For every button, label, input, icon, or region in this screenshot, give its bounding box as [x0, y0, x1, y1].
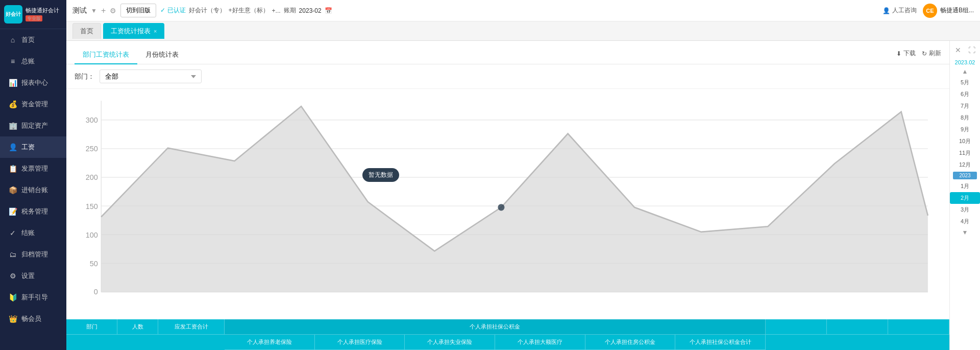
- th-company-medical: [827, 319, 888, 335]
- sidebar-item-tax[interactable]: 📝 税务管理: [0, 201, 66, 222]
- sidebar-item-settlement[interactable]: ✓ 结账: [0, 222, 66, 244]
- rp-month-10[interactable]: 10月: [950, 135, 980, 147]
- th-personal-major-medical: 个人承担大额医疗: [495, 335, 585, 350]
- reports-icon: 📊: [8, 79, 17, 87]
- tab-close-icon[interactable]: ×: [154, 28, 157, 34]
- sub-tab-actions: ⬇ 下载 ↻ 刷新: [896, 49, 941, 61]
- chart-area: 0 50 100 150 200 250 300: [66, 89, 949, 319]
- rp-month-7[interactable]: 7月: [950, 100, 980, 112]
- svg-marker-15: [101, 106, 928, 292]
- product-label3: +...: [272, 7, 281, 14]
- content-area: 部门工资统计表 月份统计表 ⬇ 下载 ↻ 刷新 部门：: [66, 41, 980, 350]
- th-personal-total: 个人承担社保公积金合计: [675, 335, 766, 350]
- rp-month-12[interactable]: 12月: [950, 159, 980, 171]
- rp-expand-btn[interactable]: ⛶: [966, 44, 977, 56]
- th-personal-pension: 个人承担养老保险: [225, 335, 315, 350]
- rp-month-4[interactable]: 4月: [950, 216, 980, 227]
- settlement-icon: ✓: [8, 229, 17, 237]
- sub-tabbar: 部门工资统计表 月份统计表 ⬇ 下载 ↻ 刷新: [66, 41, 949, 64]
- refresh-icon: ↻: [922, 50, 927, 57]
- svg-text:0: 0: [94, 287, 98, 295]
- calendar-icon[interactable]: 📅: [325, 7, 332, 14]
- topbar-status: ✓ 已认证 好会计（专） +好生意（标） +... 账期 2023-02 📅: [160, 6, 332, 15]
- service-btn[interactable]: 👤 人工咨询: [883, 6, 917, 15]
- rp-month-3[interactable]: 3月: [950, 204, 980, 216]
- topbar-right: 👤 人工咨询 CE 畅捷通B组...: [883, 4, 974, 18]
- rp-month-6[interactable]: 6月: [950, 88, 980, 100]
- sidebar-item-home[interactable]: ⌂ 首页: [0, 29, 66, 51]
- purchase-icon: 📦: [8, 186, 17, 194]
- rp-nav-down[interactable]: ▼: [962, 227, 968, 238]
- svg-text:250: 250: [86, 145, 98, 153]
- th-personal-unemployment: 个人承担失业保险: [405, 335, 495, 350]
- refresh-btn[interactable]: ↻ 刷新: [922, 49, 941, 58]
- svg-text:200: 200: [86, 173, 98, 181]
- topbar-settings-btn[interactable]: ⚙: [110, 7, 116, 15]
- sidebar-item-reports[interactable]: 📊 报表中心: [0, 72, 66, 94]
- table-header-sub: 个人承担养老保险 个人承担医疗保险 个人承担失业保险 个人承担大额医疗 个人承担…: [66, 335, 949, 350]
- guide-icon: 🔰: [8, 293, 17, 301]
- certified-badge: ✓ 已认证: [160, 6, 185, 15]
- rp-nav: ▲ 5月 6月 7月 8月 9月 10月 11月 12月 2023 1月 2月 …: [950, 66, 980, 238]
- switch-to-old-btn[interactable]: 切到旧版: [120, 4, 156, 17]
- membership-icon: 👑: [8, 315, 17, 323]
- ledger-icon: ≡: [8, 57, 17, 65]
- sidebar-item-settings[interactable]: ⚙ 设置: [0, 265, 66, 287]
- th-personal-medical: 个人承担医疗保险: [315, 335, 405, 350]
- sub-tab-dept[interactable]: 部门工资统计表: [75, 46, 137, 64]
- th-company-spacer: [766, 335, 949, 350]
- sidebar-item-capital[interactable]: 💰 资金管理: [0, 94, 66, 115]
- rp-month-8[interactable]: 8月: [950, 112, 980, 124]
- rp-month-11[interactable]: 11月: [950, 147, 980, 159]
- sidebar-logo: 好会计 畅捷通好会计 专业版: [0, 0, 66, 29]
- right-panel: ✕ ⛶ 2023.02 ▲ 5月 6月 7月 8月 9月 10月 11月 12月…: [949, 41, 980, 350]
- filter-bar: 部门： 全部: [66, 64, 949, 89]
- inner-content: 部门工资统计表 月份统计表 ⬇ 下载 ↻ 刷新 部门：: [66, 41, 949, 350]
- logo-icon: 好会计: [4, 5, 22, 24]
- user-name: 畅捷通B组...: [940, 6, 974, 15]
- sub-tab-monthly[interactable]: 月份统计表: [137, 46, 187, 64]
- invoice-icon: 📋: [8, 165, 17, 173]
- rp-month-9[interactable]: 9月: [950, 124, 980, 135]
- topbar-add-btn[interactable]: +: [101, 6, 106, 15]
- dept-select[interactable]: 全部: [100, 69, 202, 83]
- svg-text:50: 50: [90, 260, 98, 268]
- rp-close-btn[interactable]: ✕: [953, 44, 963, 56]
- rp-nav-up[interactable]: ▲: [962, 66, 968, 77]
- sidebar: 好会计 畅捷通好会计 专业版 ⌂ 首页 ≡ 总账 📊 报表中心 💰 资金管理 🏢…: [0, 0, 66, 350]
- sidebar-item-guide[interactable]: 🔰 新手引导: [0, 287, 66, 308]
- sidebar-nav: ⌂ 首页 ≡ 总账 📊 报表中心 💰 资金管理 🏢 固定资产 👤 工资 📋 发票…: [0, 29, 66, 350]
- rp-month-2-active[interactable]: 2月: [950, 192, 980, 204]
- sidebar-item-general-ledger[interactable]: ≡ 总账: [0, 51, 66, 72]
- svg-text:150: 150: [86, 202, 98, 210]
- service-icon: 👤: [883, 7, 890, 14]
- sidebar-item-membership[interactable]: 👑 畅会员: [0, 308, 66, 330]
- download-btn[interactable]: ⬇ 下载: [896, 49, 916, 58]
- period-label: 账期: [284, 6, 296, 15]
- user-area: CE 畅捷通B组...: [923, 4, 974, 18]
- rp-header: ✕ ⛶: [953, 44, 977, 56]
- sidebar-item-archive[interactable]: 🗂 归档管理: [0, 244, 66, 265]
- svg-text:300: 300: [86, 116, 98, 124]
- sidebar-item-invoice[interactable]: 📋 发票管理: [0, 158, 66, 179]
- th-personal-housing-fund: 个人承担住房公积金: [585, 335, 676, 350]
- th-dept: 部门: [66, 319, 117, 335]
- tab-home[interactable]: 首页: [72, 23, 101, 39]
- rp-year-2023: 2023: [953, 172, 977, 179]
- svg-point-16: [498, 204, 504, 211]
- topbar-dropdown-arrow[interactable]: ▼: [91, 7, 97, 14]
- tabbar: 首页 工资统计报表 ×: [66, 21, 980, 41]
- product-label2: +好生意（标）: [229, 6, 269, 15]
- th-company-pension: [766, 319, 827, 335]
- period-value: 2023-02: [299, 7, 322, 14]
- user-avatar: CE: [923, 4, 937, 18]
- sidebar-item-fixed-assets[interactable]: 🏢 固定资产: [0, 115, 66, 136]
- tab-salary-report[interactable]: 工资统计报表 ×: [103, 23, 164, 39]
- rp-month-5[interactable]: 5月: [950, 77, 980, 88]
- th-spacer: [66, 335, 225, 350]
- rp-month-1[interactable]: 1月: [950, 180, 980, 192]
- sidebar-item-salary[interactable]: 👤 工资: [0, 136, 66, 158]
- dept-filter-label: 部门：: [75, 72, 94, 81]
- capital-icon: 💰: [8, 100, 17, 108]
- sidebar-item-purchase-sales[interactable]: 📦 进销台账: [0, 179, 66, 201]
